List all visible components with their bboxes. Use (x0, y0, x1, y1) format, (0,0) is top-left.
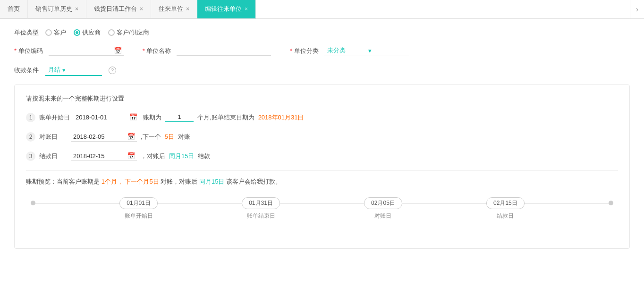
help-icon[interactable]: ? (109, 67, 116, 74)
setting-num-3: 3 (26, 152, 35, 161)
calendar-icon-start[interactable]: 📅 (129, 113, 137, 121)
radio-supplier-circle (74, 29, 80, 36)
setting-label-1: 账单开始日 (39, 113, 70, 122)
tab-sales-history-label: 销售订单历史 (35, 5, 72, 13)
unit-name-field: 单位名称 河南供应商22 (143, 46, 271, 56)
unit-info-row: 单位编码 000001 📅 单位名称 河南供应商22 单位分类 未分类 ▾ (14, 45, 630, 56)
unit-type-label: 单位类型 (14, 28, 39, 37)
setting-label-3: 结款日 (39, 152, 68, 160)
radio-supplier-label: 供应商 (82, 28, 101, 37)
preview-text: 账期预览：当前客户账期是 1个月， 下一个月5日 对账，对账后 同月15日 该客… (26, 177, 618, 186)
reconcile-highlight: 5日 (165, 133, 174, 141)
unit-category-label: 单位分类 (290, 47, 319, 55)
calendar-icon-code[interactable]: 📅 (114, 47, 122, 54)
timeline-dot-left (31, 201, 35, 205)
settlement-prefix: ，对账后 (141, 152, 165, 160)
tab-edit-counterpart[interactable]: 编辑往来单位 × (197, 0, 256, 18)
close-sales-history-icon[interactable]: × (75, 6, 78, 12)
setting-row-1: 1 账单开始日 📅 账期为 个月,账单结束日期为 2018年01月31日 (26, 112, 618, 122)
timeline-container: 01月01日 账单开始日 01月31日 账单结束日 02月05日 对账日 (26, 197, 618, 239)
setting-num-1: 1 (26, 113, 35, 122)
timeline-badge-3: 02月05日 (364, 197, 402, 209)
unit-name-input[interactable]: 河南供应商22 (177, 46, 271, 56)
timeline-node-2: 01月31日 账单结束日 (242, 197, 280, 220)
reconcile-prefix: ,下一个 (141, 133, 161, 141)
timeline-label-2: 账单结束日 (247, 212, 275, 220)
payment-condition-label: 收款条件 (14, 66, 39, 75)
unit-code-input[interactable]: 000001 (51, 47, 112, 54)
unit-category-value: 未分类 (327, 46, 365, 55)
payment-condition-value: 月结 (48, 66, 60, 74)
close-counterpart-icon[interactable]: × (186, 6, 189, 12)
reconcile-date-input[interactable] (73, 133, 125, 140)
period-prefix-label: 账期为 (143, 113, 161, 122)
reconcile-suffix: 对账 (178, 133, 190, 141)
tab-expand-button[interactable]: › (630, 0, 644, 18)
period-suffix-label: 个月,账单结束日期为 (197, 113, 254, 122)
setting-row-2: 2 对账日 📅 ,下一个 5日 对账 (26, 132, 618, 142)
tab-cash-work[interactable]: 钱货日清工作台 × (86, 0, 151, 18)
timeline-dot-right (609, 201, 613, 205)
main-content: 单位类型 客户 供应商 客户/供应商 单位编码 000001 📅 (0, 19, 644, 287)
radio-customer-circle (45, 29, 52, 36)
timeline-items: 01月01日 账单开始日 01月31日 账单结束日 02月05日 对账日 (31, 197, 613, 220)
tab-counterpart-label: 往来单位 (159, 5, 183, 13)
tab-sales-history[interactable]: 销售订单历史 × (28, 0, 86, 18)
radio-both-circle (108, 29, 115, 36)
unit-category-field: 单位分类 未分类 ▾ (290, 45, 409, 56)
timeline-badge-1: 01月01日 (119, 197, 158, 209)
preview-part1: 1个月， (102, 178, 123, 185)
tab-bar: 首页 销售订单历史 × 钱货日清工作台 × 往来单位 × 编辑往来单位 × › (0, 0, 644, 19)
settlement-highlight: 同月15日 (169, 152, 194, 160)
calendar-icon-settlement[interactable]: 📅 (127, 152, 135, 160)
close-edit-counterpart-icon[interactable]: × (245, 6, 248, 12)
radio-group-unit-type: 客户 供应商 客户/供应商 (45, 28, 149, 37)
tab-edit-counterpart-label: 编辑往来单位 (205, 5, 242, 13)
close-cash-work-icon[interactable]: × (140, 6, 143, 12)
unit-type-row: 单位类型 客户 供应商 客户/供应商 (14, 28, 630, 37)
settings-box: 请按照未来的一个完整帐期进行设置 1 账单开始日 📅 账期为 个月,账单结束日期… (14, 84, 630, 249)
settlement-suffix: 结款 (198, 152, 210, 160)
unit-code-label: 单位编码 (14, 47, 43, 55)
timeline-badge-2: 01月31日 (242, 197, 280, 209)
setting-num-2: 2 (26, 132, 35, 142)
timeline-node-4: 02月15日 结款日 (486, 197, 525, 220)
radio-supplier[interactable]: 供应商 (74, 28, 101, 37)
period-input[interactable] (165, 112, 194, 122)
end-date-display: 2018年01月31日 (258, 113, 304, 122)
unit-name-label: 单位名称 (143, 47, 171, 55)
unit-category-select[interactable]: 未分类 ▾ (324, 45, 409, 56)
dropdown-icon-payment: ▾ (62, 67, 66, 74)
radio-customer[interactable]: 客户 (45, 28, 66, 37)
timeline-node-1: 01月01日 账单开始日 (119, 197, 158, 220)
payment-condition-row: 收款条件 月结 ▾ ? (14, 65, 630, 76)
preview-part5: 该客户会给我打款。 (226, 178, 281, 185)
timeline-label-3: 对账日 (374, 212, 391, 220)
radio-both-label: 客户/供应商 (117, 28, 149, 37)
tab-counterpart[interactable]: 往来单位 × (151, 0, 197, 18)
settlement-date-input[interactable] (73, 152, 125, 160)
setting-row-3: 3 结款日 📅 ，对账后 同月15日 结款 (26, 151, 618, 161)
tab-home[interactable]: 首页 (0, 0, 28, 18)
preview-label: 账期预览：当前客户账期是 (26, 178, 100, 185)
dropdown-icon-category: ▾ (368, 47, 407, 54)
unit-code-field: 单位编码 000001 📅 (14, 46, 124, 56)
preview-part2: 下一个月5日 (125, 178, 159, 185)
timeline-node-3: 02月05日 对账日 (364, 197, 402, 220)
radio-both[interactable]: 客户/供应商 (108, 28, 149, 37)
unit-code-input-wrapper: 000001 📅 (49, 46, 124, 56)
timeline-label-4: 结款日 (497, 212, 514, 220)
preview-section: 账期预览：当前客户账期是 1个月， 下一个月5日 对账，对账后 同月15日 该客… (26, 170, 618, 239)
tab-home-label: 首页 (8, 5, 20, 13)
setting-label-2: 对账日 (39, 133, 68, 141)
preview-part3: 对账，对账后 (161, 178, 197, 185)
preview-part4: 同月15日 (199, 178, 224, 185)
start-date-input[interactable] (76, 114, 127, 121)
settings-title: 请按照未来的一个完整帐期进行设置 (26, 94, 618, 103)
calendar-icon-reconcile[interactable]: 📅 (127, 133, 135, 140)
payment-condition-select[interactable]: 月结 ▾ (45, 65, 102, 76)
radio-customer-label: 客户 (54, 28, 66, 37)
timeline-badge-4: 02月15日 (486, 197, 525, 209)
timeline-label-1: 账单开始日 (125, 212, 153, 220)
reconcile-date-input-wrapper: 📅 (71, 132, 137, 142)
